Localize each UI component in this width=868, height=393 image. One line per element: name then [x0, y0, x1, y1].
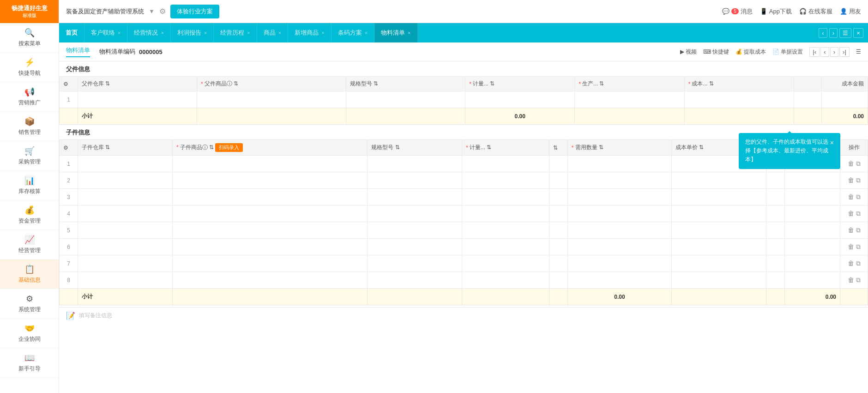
- message-item[interactable]: 💬 5 消息: [722, 7, 753, 16]
- child-row-2-unit[interactable]: [462, 172, 549, 189]
- tab-customer[interactable]: 客户联络 ×: [84, 23, 127, 42]
- child-row-7-goods[interactable]: [173, 255, 368, 272]
- child-row-8-copy-btn[interactable]: ⧉: [856, 276, 861, 284]
- sidebar-item-guide[interactable]: 📖 新手引导: [0, 348, 59, 378]
- child-row-3-unit[interactable]: [462, 189, 549, 206]
- sidebar-item-enterprise[interactable]: 🤝 企业协同: [0, 319, 59, 348]
- tab-bom[interactable]: 物料清单 ×: [374, 23, 417, 42]
- child-row-5-qty[interactable]: [567, 222, 671, 239]
- child-row-6-goods[interactable]: [173, 239, 368, 255]
- child-row-4-spec[interactable]: [368, 206, 462, 222]
- child-row-2-warehouse[interactable]: [78, 172, 173, 189]
- child-row-1-qty[interactable]: [567, 156, 671, 172]
- page-prev[interactable]: ‹: [820, 47, 829, 57]
- child-row-6-copy-btn[interactable]: ⧉: [856, 243, 861, 251]
- child-row-5-unit[interactable]: [462, 222, 549, 239]
- child-row-7-spec[interactable]: [368, 255, 462, 272]
- child-row-4-unit[interactable]: [462, 206, 549, 222]
- sidebar-item-system[interactable]: ⚙ 系统管理: [0, 289, 59, 319]
- child-row-8-unit[interactable]: [462, 272, 549, 289]
- child-row-8-spec[interactable]: [368, 272, 462, 289]
- child-row-5-goods[interactable]: [173, 222, 368, 239]
- action-doc-settings[interactable]: 📄 单据设置: [772, 48, 803, 56]
- app-download-item[interactable]: 📱 App下载: [760, 7, 792, 16]
- child-row-1-delete-btn[interactable]: 🗑: [848, 160, 854, 168]
- child-row-8-unit-price[interactable]: [671, 272, 766, 289]
- child-row-4-qty[interactable]: [567, 206, 671, 222]
- child-row-4-delete-btn[interactable]: 🗑: [848, 210, 854, 218]
- page-first[interactable]: |‹: [809, 47, 820, 57]
- child-row-8-goods[interactable]: [173, 272, 368, 289]
- child-row-7-warehouse[interactable]: [78, 255, 173, 272]
- child-row-5-warehouse[interactable]: [78, 222, 173, 239]
- tab-goods-close[interactable]: ×: [278, 30, 281, 36]
- child-row-8-delete-btn[interactable]: 🗑: [848, 276, 854, 284]
- sub-tab-bom[interactable]: 物料清单: [66, 46, 90, 57]
- parent-row-1-cost[interactable]: [684, 91, 794, 108]
- sidebar-item-finance[interactable]: 💰 资金管理: [0, 200, 59, 230]
- page-last[interactable]: ›|: [839, 47, 850, 57]
- tab-barcode-close[interactable]: ×: [365, 30, 368, 36]
- child-row-4-warehouse[interactable]: [78, 206, 173, 222]
- child-col-gear[interactable]: ⚙: [60, 140, 78, 156]
- parent-col-gear[interactable]: ⚙: [60, 77, 78, 91]
- child-row-5-delete-btn[interactable]: 🗑: [848, 226, 854, 234]
- child-row-8-qty[interactable]: [567, 272, 671, 289]
- child-row-7-unit[interactable]: [462, 255, 549, 272]
- tab-goods[interactable]: 商品 ×: [257, 23, 288, 42]
- tab-home[interactable]: 首页: [59, 23, 84, 42]
- child-row-1-unit[interactable]: [462, 156, 549, 172]
- child-row-7-qty[interactable]: [567, 255, 671, 272]
- child-row-8-warehouse[interactable]: [78, 272, 173, 289]
- child-row-5-copy-btn[interactable]: ⧉: [856, 226, 861, 234]
- tab-new-goods-close[interactable]: ×: [321, 30, 324, 36]
- tooltip-close[interactable]: ×: [830, 138, 834, 148]
- tab-profit[interactable]: 利润报告 ×: [171, 23, 214, 42]
- tab-profit-close[interactable]: ×: [204, 30, 207, 36]
- parent-row-1-warehouse[interactable]: [78, 91, 197, 108]
- tab-close-btn[interactable]: ×: [853, 28, 863, 38]
- child-row-6-delete-btn[interactable]: 🗑: [848, 243, 854, 251]
- tab-operation-close[interactable]: ×: [161, 30, 163, 36]
- gear-icon[interactable]: ⚙: [159, 7, 166, 16]
- sidebar-item-marketing[interactable]: 📢 营销推广: [0, 82, 59, 112]
- online-service-item[interactable]: 🎧 在线客服: [799, 7, 832, 16]
- child-row-2-copy-btn[interactable]: ⧉: [856, 176, 861, 184]
- child-row-4-copy-btn[interactable]: ⧉: [856, 210, 861, 218]
- parent-row-1-unit[interactable]: [465, 91, 575, 108]
- child-row-3-qty[interactable]: [567, 189, 671, 206]
- child-row-6-qty[interactable]: [567, 239, 671, 255]
- child-row-2-spec[interactable]: [368, 172, 462, 189]
- child-row-2-unit-price[interactable]: [671, 172, 766, 189]
- child-row-1-spec[interactable]: [368, 156, 462, 172]
- note-placeholder[interactable]: 填写备注信息: [79, 312, 112, 320]
- tab-history[interactable]: 经营历程 ×: [214, 23, 257, 42]
- child-row-1-goods[interactable]: [173, 156, 368, 172]
- child-row-3-goods[interactable]: [173, 189, 368, 206]
- child-row-5-unit-price[interactable]: [671, 222, 766, 239]
- view-toggle-icon[interactable]: ☰: [856, 48, 861, 55]
- sidebar-item-inventory[interactable]: 📊 库存核算: [0, 171, 59, 200]
- action-shortcut[interactable]: ⌨ 快捷键: [703, 48, 729, 56]
- sidebar-item-purchase[interactable]: 🛒 采购管理: [0, 141, 59, 171]
- sidebar-item-search[interactable]: 🔍 搜索菜单: [0, 23, 59, 53]
- sidebar-item-sales[interactable]: 📦 销售管理: [0, 112, 59, 141]
- child-row-6-warehouse[interactable]: [78, 239, 173, 255]
- child-row-6-spec[interactable]: [368, 239, 462, 255]
- tab-customer-close[interactable]: ×: [118, 30, 121, 36]
- sidebar-item-basic[interactable]: 📋 基础信息: [0, 260, 59, 289]
- child-row-1-warehouse[interactable]: [78, 156, 173, 172]
- sidebar-item-operation[interactable]: 📈 经营管理: [0, 230, 59, 260]
- child-row-5-spec[interactable]: [368, 222, 462, 239]
- action-cost[interactable]: 💰 提取成本: [735, 48, 766, 56]
- page-next[interactable]: ›: [830, 47, 838, 57]
- child-row-3-unit-price[interactable]: [671, 189, 766, 206]
- tab-bom-close[interactable]: ×: [408, 30, 410, 36]
- child-row-3-delete-btn[interactable]: 🗑: [848, 193, 854, 201]
- child-row-1-copy-btn[interactable]: ⧉: [856, 160, 861, 168]
- action-video[interactable]: ▶ 视频: [680, 48, 697, 56]
- sidebar-item-quick-nav[interactable]: ⚡ 快捷导航: [0, 53, 59, 82]
- child-row-6-unit-price[interactable]: [671, 239, 766, 255]
- child-row-4-goods[interactable]: [173, 206, 368, 222]
- parent-row-1-spec[interactable]: [346, 91, 465, 108]
